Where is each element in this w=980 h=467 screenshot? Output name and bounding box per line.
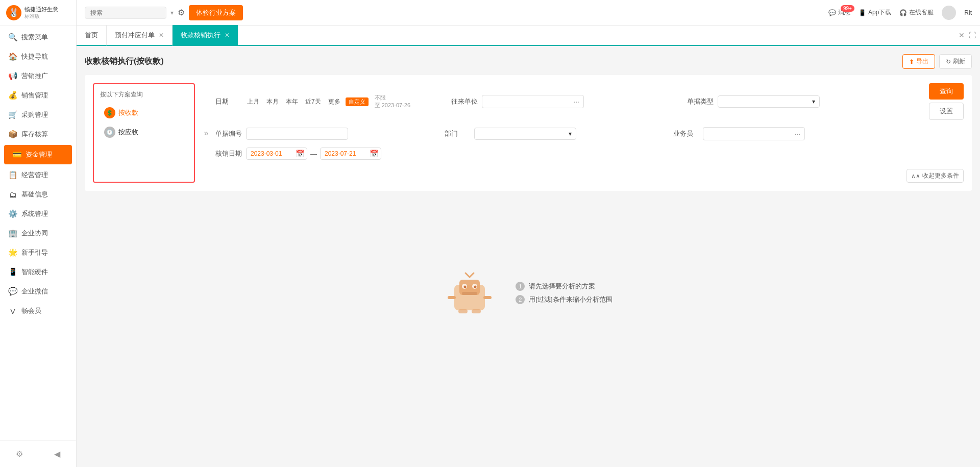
filter-row-1: 日期 上月 本月 本年 近7天 更多 自定义 不限至 2023-07-26 往来… (215, 83, 964, 120)
date-shortcut-more[interactable]: 更多 (326, 96, 342, 107)
inventory-icon: 📦 (8, 130, 17, 139)
tip-num-1: 1 (516, 282, 525, 291)
dropdown-arrow-icon[interactable]: ▾ (170, 9, 174, 16)
sidebar-settings-btn[interactable]: ⚙ (10, 445, 29, 463)
date-shortcut-last-month[interactable]: 上月 (245, 96, 261, 107)
sidebar-item-member[interactable]: V 畅会员 (0, 301, 76, 321)
calendar-start-icon[interactable]: 📅 (296, 150, 304, 158)
refresh-btn[interactable]: ↻ 刷新 (939, 54, 972, 69)
collapse-more-btn[interactable]: ∧∧ 收起更多条件 (906, 169, 964, 183)
tab-receipt-offset[interactable]: 收款核销执行 ✕ (173, 25, 238, 45)
sidebar-item-guide[interactable]: 🌟 新手引导 (0, 243, 76, 262)
header-search-area: ▾ ⚙ 体验行业方案 (85, 5, 822, 20)
setting-btn[interactable]: 设置 (929, 103, 964, 120)
tab-close-all-icon[interactable]: ✕ (959, 31, 965, 39)
tab-expand-icon[interactable]: ⛶ (969, 31, 976, 39)
tab-bar: 首页 预付冲应付单 ✕ 收款核销执行 ✕ ✕ ⛶ (77, 26, 980, 46)
search-menu-icon: 🔍 (8, 33, 17, 42)
date-separator: — (310, 150, 317, 158)
staff-dots-icon[interactable]: ··· (795, 130, 801, 138)
sidebar-item-enterprise-collab[interactable]: 🏢 企业协同 (0, 224, 76, 243)
tab-close-prepay[interactable]: ✕ (159, 32, 164, 39)
filter-collapse-btn[interactable]: » (201, 83, 211, 183)
logo-icon: 🐰 (6, 5, 21, 20)
tab-prepay-offset[interactable]: 预付冲应付单 ✕ (107, 25, 173, 45)
sidebar-item-smart-hw[interactable]: 📱 智能硬件 (0, 262, 76, 282)
date-shortcut-this-year[interactable]: 本年 (284, 96, 300, 107)
page-content: 收款核销执行(按收款) ⬆ 导出 ↻ 刷新 按以下方案查询 💲 按收款 (77, 46, 980, 467)
message-badge: 99+ (841, 5, 854, 12)
date-shortcut-this-month[interactable]: 本月 (264, 96, 281, 107)
svg-point-5 (474, 285, 477, 288)
app-icon: 📱 (859, 9, 866, 16)
trade-partner-dots-icon[interactable]: ··· (573, 97, 579, 106)
svg-rect-6 (462, 292, 477, 295)
header-search-input[interactable] (85, 7, 166, 19)
message-btn[interactable]: 💬 消息 99+ (828, 8, 850, 17)
staff-label: 业务员 (673, 129, 699, 138)
date-label: 日期 (215, 97, 241, 106)
doc-num-input[interactable] (246, 128, 348, 140)
smart-hw-icon: 📱 (8, 267, 17, 277)
dept-select[interactable]: ▾ (474, 128, 576, 140)
app-download-btn[interactable]: 📱 App下载 (859, 8, 891, 17)
sidebar-item-marketing[interactable]: 📢 营销推广 (0, 66, 76, 86)
empty-tip-2: 2 用[过滤]条件来缩小分析范围 (516, 295, 612, 304)
sidebar-logo: 🐰 畅捷通好生意 标准版 (0, 0, 76, 26)
page-title: 收款核销执行(按收款) (85, 56, 164, 67)
filter-row-3: 核销日期 📅 — 📅 (215, 148, 964, 160)
filter-option-by-receipt[interactable]: 💲 按收款 (100, 104, 188, 121)
date-custom-tag: 自定义 (346, 97, 369, 106)
header-right: 💬 消息 99+ 📱 App下载 🎧 在线客服 Rit (828, 6, 972, 20)
sidebar-item-quick-nav[interactable]: 🏠 快捷导航 (0, 47, 76, 66)
guide-icon: 🌟 (8, 248, 17, 257)
filter-actions: ∧∧ 收起更多条件 (215, 169, 964, 183)
filter-option-by-receivable[interactable]: 🕐 按应收 (100, 124, 188, 141)
staff-select[interactable]: ··· (703, 127, 805, 140)
filter-field-doc-type: 单据类型 ▾ (687, 95, 913, 108)
tab-close-receipt[interactable]: ✕ (225, 32, 230, 39)
filter-row-2: 单据编号 部门 ▾ 业务员 ··· (215, 127, 964, 140)
sidebar-item-inventory[interactable]: 📦 库存核算 (0, 125, 76, 144)
dept-dropdown-icon[interactable]: ▾ (569, 130, 572, 137)
by-receivable-icon: 🕐 (104, 127, 115, 138)
sales-icon: 💰 (8, 91, 17, 100)
date-shortcut-7days[interactable]: 近7天 (303, 96, 323, 107)
by-receipt-icon: 💲 (104, 107, 115, 118)
doc-type-label: 单据类型 (687, 97, 714, 106)
doc-type-select[interactable]: ▾ (718, 95, 820, 108)
online-service-btn[interactable]: 🎧 在线客服 (899, 8, 934, 17)
collapse-icon: ∧∧ (911, 173, 920, 180)
user-avatar (942, 6, 956, 20)
industry-btn[interactable]: 体验行业方案 (189, 5, 243, 20)
settings-gear-icon[interactable]: ⚙ (178, 8, 185, 17)
service-icon: 🎧 (899, 9, 907, 16)
basic-info-icon: 🗂 (8, 190, 17, 199)
dept-label: 部门 (445, 129, 470, 138)
calendar-end-icon[interactable]: 📅 (370, 150, 378, 158)
tab-bar-actions: ✕ ⛶ (959, 31, 980, 39)
doc-type-dropdown-icon[interactable]: ▾ (812, 98, 815, 105)
sidebar-item-operations[interactable]: 📋 经营管理 (0, 165, 76, 185)
page-title-bar: 收款核销执行(按收款) ⬆ 导出 ↻ 刷新 (85, 54, 972, 69)
sidebar-item-basic-info[interactable]: 🗂 基础信息 (0, 185, 76, 204)
sidebar-item-purchase[interactable]: 🛒 采购管理 (0, 105, 76, 125)
trade-partner-label: 往来单位 (451, 97, 478, 106)
svg-point-4 (464, 285, 467, 288)
refresh-icon: ↻ (946, 58, 951, 65)
filter-panel-title: 按以下方案查询 (100, 90, 188, 99)
trade-partner-select[interactable]: ··· (482, 95, 584, 108)
sidebar-item-search-menu[interactable]: 🔍 搜索菜单 (0, 28, 76, 47)
sidebar-item-wechat[interactable]: 💬 企业微信 (0, 282, 76, 301)
sidebar-item-sales[interactable]: 💰 销售管理 (0, 86, 76, 105)
filter-fields: 日期 上月 本月 本年 近7天 更多 自定义 不限至 2023-07-26 往来… (215, 83, 964, 183)
filter-field-verify-date: 核销日期 📅 — 📅 (215, 148, 584, 160)
export-btn[interactable]: ⬆ 导出 (902, 54, 935, 69)
sidebar-item-finance[interactable]: 💳 资金管理 (4, 145, 72, 164)
query-btn[interactable]: 查询 (929, 83, 964, 100)
empty-tips: 1 请先选择要分析的方案 2 用[过滤]条件来缩小分析范围 (516, 282, 612, 304)
sidebar-collapse-btn[interactable]: ◀ (48, 445, 66, 463)
empty-tip-1: 1 请先选择要分析的方案 (516, 282, 612, 291)
tab-home[interactable]: 首页 (77, 25, 107, 45)
sidebar-item-system[interactable]: ⚙️ 系统管理 (0, 204, 76, 224)
